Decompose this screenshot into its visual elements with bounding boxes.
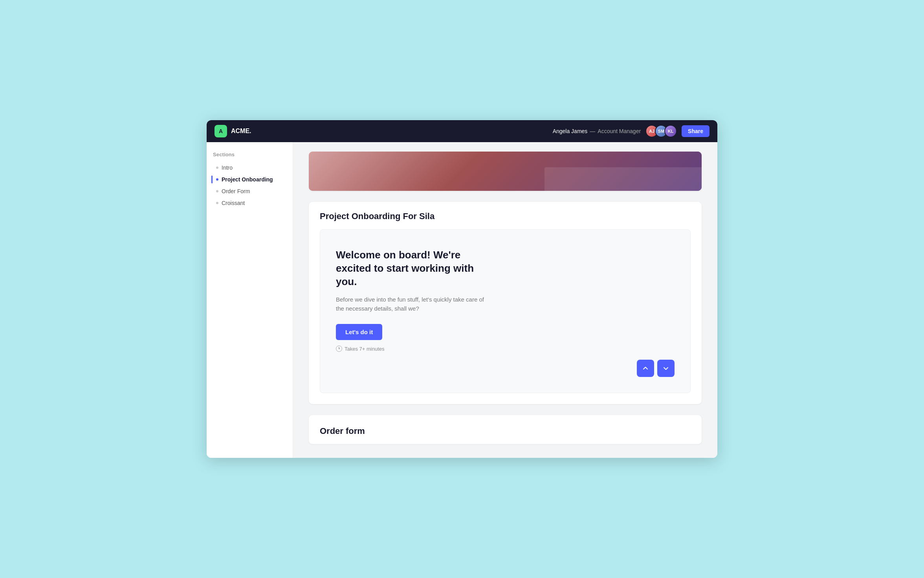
sidebar-dot-order-form <box>216 190 218 192</box>
avatar-group: AJ SM KL <box>645 125 677 137</box>
topnav-right: Angela James — Account Manager AJ SM KL … <box>553 125 710 137</box>
sidebar-item-project-onboarding-label: Project Onboarding <box>222 176 273 183</box>
user-role-separator: — <box>590 128 595 134</box>
logo-text: ACME. <box>231 128 251 135</box>
sidebar-item-order-form-label: Order Form <box>222 188 250 194</box>
clock-icon <box>336 346 342 352</box>
sidebar-item-intro-label: Intro <box>222 165 233 171</box>
sidebar-dot-project-onboarding <box>216 178 218 181</box>
sidebar-item-order-form[interactable]: Order Form <box>213 186 286 197</box>
time-estimate: Takes 7+ minutes <box>336 346 675 352</box>
user-role: Account Manager <box>598 128 641 134</box>
section-title: Project Onboarding For Sila <box>309 202 702 229</box>
onboarding-subtext: Before we dive into the fun stuff, let's… <box>336 295 485 313</box>
hero-image-area <box>309 152 702 191</box>
chevron-up-icon <box>642 365 649 371</box>
sidebar-item-croissant[interactable]: Croissant <box>213 198 286 209</box>
order-form-section: Order form <box>309 415 702 444</box>
main-content: Project Onboarding For Sila Welcome on b… <box>293 142 717 458</box>
hero-image-placeholder <box>309 152 702 191</box>
body-layout: Sections Intro Project Onboarding Order … <box>207 142 717 458</box>
sidebar-sections-label: Sections <box>213 152 286 157</box>
sidebar-dot-croissant <box>216 202 218 204</box>
chevron-down-icon <box>663 365 669 371</box>
order-form-title: Order form <box>320 426 691 436</box>
lets-do-it-button[interactable]: Let's do it <box>336 324 382 340</box>
topnav: A ACME. Angela James — Account Manager A… <box>207 120 717 142</box>
topnav-left: A ACME. <box>214 125 251 137</box>
user-info: Angela James — Account Manager <box>553 128 641 134</box>
sidebar-item-croissant-label: Croissant <box>222 200 245 206</box>
nav-up-button[interactable] <box>637 360 654 377</box>
user-name: Angela James <box>553 128 588 134</box>
sidebar-item-intro[interactable]: Intro <box>213 162 286 173</box>
share-button[interactable]: Share <box>682 125 710 137</box>
nav-down-button[interactable] <box>657 360 675 377</box>
onboarding-embed-card: Welcome on board! We're excited to start… <box>320 229 691 393</box>
sidebar-dot-intro <box>216 166 218 169</box>
app-window: A ACME. Angela James — Account Manager A… <box>207 120 717 458</box>
time-estimate-text: Takes 7+ minutes <box>345 346 385 352</box>
nav-arrows <box>336 360 675 377</box>
sidebar-item-project-onboarding[interactable]: Project Onboarding <box>213 174 286 185</box>
sidebar: Sections Intro Project Onboarding Order … <box>207 142 293 458</box>
order-form-header: Order form <box>309 415 702 444</box>
onboarding-headline: Welcome on board! We're excited to start… <box>336 249 493 288</box>
avatar-3: KL <box>664 125 677 137</box>
top-image-card <box>309 152 702 191</box>
logo-icon: A <box>214 125 227 137</box>
project-onboarding-card: Project Onboarding For Sila Welcome on b… <box>309 202 702 404</box>
